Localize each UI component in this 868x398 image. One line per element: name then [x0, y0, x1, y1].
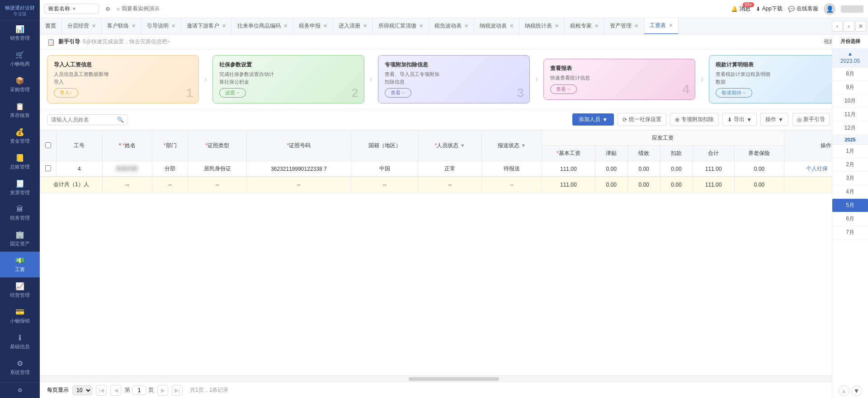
month-panel-down-btn[interactable]: ▼ [851, 385, 862, 396]
export-button[interactable]: ⬇ 导出 ▼ [722, 113, 757, 126]
month-item-12月[interactable]: 12月 [832, 122, 868, 135]
month-item-6月[interactable]: 6月 [832, 212, 868, 226]
tab-close-13[interactable]: ✕ [634, 23, 638, 29]
month-item-11月[interactable]: 11月 [832, 108, 868, 122]
step-3-btn[interactable]: 查看→ [385, 88, 411, 98]
tab-close-6[interactable]: ✕ [323, 23, 327, 29]
step-5-btn[interactable]: 敬请期待→ [716, 88, 752, 98]
sidebar-item-发票管理[interactable]: 🧾 发票管理 [0, 175, 40, 201]
tab-close-10[interactable]: ✕ [509, 23, 514, 29]
tab-close-5[interactable]: ✕ [283, 23, 288, 29]
tab-close-12[interactable]: ✕ [594, 23, 599, 29]
tab-2[interactable]: 客户联络✕ [102, 18, 142, 34]
row-checkbox[interactable] [45, 165, 51, 171]
tab-3[interactable]: 引导说明✕ [142, 18, 181, 34]
online-service-button[interactable]: 💬 在线客服 [788, 5, 818, 13]
user-menu-button[interactable] [841, 5, 863, 13]
page-size-select[interactable]: 10 20 50 [72, 385, 92, 395]
sidebar-item-工资[interactable]: 💵 工资 [0, 252, 40, 277]
sidebar-item-销售管理[interactable]: 📊 销售管理 [0, 20, 40, 46]
tab-0[interactable]: 首页 [40, 18, 62, 34]
sidebar-item-库存核算[interactable]: 📋 库存核算 [0, 98, 40, 123]
tab-close-8[interactable]: ✕ [419, 23, 423, 29]
month-item-2月[interactable]: 2月 [832, 158, 868, 172]
tab-12[interactable]: 税检专家✕ [565, 18, 604, 34]
month-item-5月[interactable]: 5月 [832, 199, 868, 212]
tab-5[interactable]: 往来单位商品编码✕ [232, 18, 293, 34]
additional-deduction-button[interactable]: ⊕ 专项附加扣除 [670, 113, 719, 126]
step-2-btn[interactable]: 设置→ [219, 88, 246, 98]
month-item-1月[interactable]: 1月 [832, 145, 868, 158]
tab-13[interactable]: 资产管理✕ [604, 18, 644, 34]
search-icon[interactable]: 🔍 [117, 117, 124, 123]
table-scroll-bar [40, 375, 868, 382]
sidebar-settings-btn[interactable]: ⚙ [0, 382, 40, 398]
sidebar-item-经营管理[interactable]: 📈 经营管理 [0, 277, 40, 303]
add-person-button[interactable]: 添加人员 ▼ [572, 113, 614, 126]
tab-6[interactable]: 税务申报✕ [293, 18, 333, 34]
sidebar-item-资金管理[interactable]: 💰 资金管理 [0, 123, 40, 149]
step-arrow-1: › [199, 75, 212, 84]
month-item-9月[interactable]: 9月 [832, 81, 868, 94]
tab-close-3[interactable]: ✕ [171, 23, 175, 29]
tab-9[interactable]: 税负波动表✕ [429, 18, 474, 34]
settings-button[interactable]: ⚙ [101, 3, 114, 15]
step-4-btn[interactable]: 查看→ [550, 84, 577, 94]
month-nav-up[interactable]: ▲ [835, 51, 865, 57]
sidebar-item-基础信息[interactable]: ℹ 基础信息 [0, 329, 40, 355]
account-selector[interactable]: 账套名称 ▼ [44, 4, 99, 14]
sidebar-item-税务管理[interactable]: 🏛 税务管理 [0, 201, 40, 226]
user-avatar[interactable]: 👤 [824, 3, 835, 15]
tab-prev-btn[interactable]: ‹ [832, 21, 843, 32]
tab-close-9[interactable]: ✕ [464, 23, 468, 29]
first-page-btn[interactable]: |◀ [96, 385, 107, 396]
tab-7[interactable]: 进入清册✕ [333, 18, 373, 34]
sidebar-item-采购管理[interactable]: 📦 采购管理 [0, 72, 40, 98]
sidebar-item-系统管理[interactable]: ⚙ 系统管理 [0, 355, 40, 380]
scroll-thumb[interactable] [409, 377, 499, 381]
last-page-btn[interactable]: ▶| [172, 385, 183, 396]
tab-close-all-btn[interactable]: ✕ [855, 21, 866, 32]
tab-next-btn[interactable]: › [844, 21, 854, 32]
step-1-desc: 人员信息及工资数据新增导入 [54, 70, 192, 85]
sidebar-item-总账管理[interactable]: 📒 总账管理 [0, 149, 40, 175]
sidebar-item-小畅报销[interactable]: 💳 小畅报销 [0, 303, 40, 329]
tab-close-1[interactable]: ✕ [92, 23, 96, 29]
select-all-checkbox[interactable] [45, 142, 51, 148]
next-page-btn[interactable]: ▶ [157, 385, 168, 396]
guide-button[interactable]: ◎ 新手引导 [792, 113, 830, 126]
tab-close-2[interactable]: ✕ [132, 23, 136, 29]
month-item-3月[interactable]: 3月 [832, 172, 868, 185]
tab-10[interactable]: 纳税波动表✕ [474, 18, 519, 34]
page-number-input[interactable] [132, 386, 146, 395]
status-filter-icon[interactable]: ▼ [460, 143, 465, 148]
tab-8[interactable]: 所得税汇算清缴✕ [373, 18, 429, 34]
month-item-8月[interactable]: 8月 [832, 67, 868, 81]
tab-4[interactable]: 邀请下游客户✕ [181, 18, 232, 34]
tab-close-14[interactable]: ✕ [669, 23, 673, 28]
sidebar-item-固定资产[interactable]: 🏢 固定资产 [0, 226, 40, 252]
sidebar-item-小畅电商[interactable]: 🛒 小畅电商 [0, 46, 40, 72]
tab-close-11[interactable]: ✕ [555, 23, 559, 29]
app-download-button[interactable]: ⬇ App下载 [756, 5, 783, 13]
report-filter-icon[interactable]: ▼ [521, 143, 526, 148]
search-input[interactable] [51, 117, 114, 123]
month-panel-up-btn[interactable]: ▲ [839, 385, 849, 396]
row-dept: 分部 [152, 161, 188, 177]
month-item-7月[interactable]: 7月 [832, 226, 868, 239]
social-security-button[interactable]: ⟳ 统一社保设置 [618, 113, 666, 126]
prev-page-btn[interactable]: ◀ [110, 385, 121, 396]
tab-14[interactable]: 工资表✕ [644, 18, 679, 34]
month-item-4月[interactable]: 4月 [832, 185, 868, 199]
tab-close-7[interactable]: ✕ [363, 23, 367, 29]
step-1-btn[interactable]: 导入↑ [54, 88, 78, 98]
personal-social-btn[interactable]: 个人社保 [806, 165, 828, 172]
tab-close-4[interactable]: ✕ [222, 23, 226, 29]
notice-button[interactable]: 🔔 消息 99+ [731, 5, 750, 13]
tab-11[interactable]: 纳税统计表✕ [519, 18, 565, 34]
operate-button[interactable]: 操作 ▼ [760, 113, 788, 126]
month-item-10月[interactable]: 10月 [832, 94, 868, 108]
demo-link[interactable]: ○ 我要看实例演示 [117, 5, 160, 13]
tab-1[interactable]: 分层经营✕ [62, 18, 102, 34]
step-2-num: 2 [351, 86, 359, 100]
